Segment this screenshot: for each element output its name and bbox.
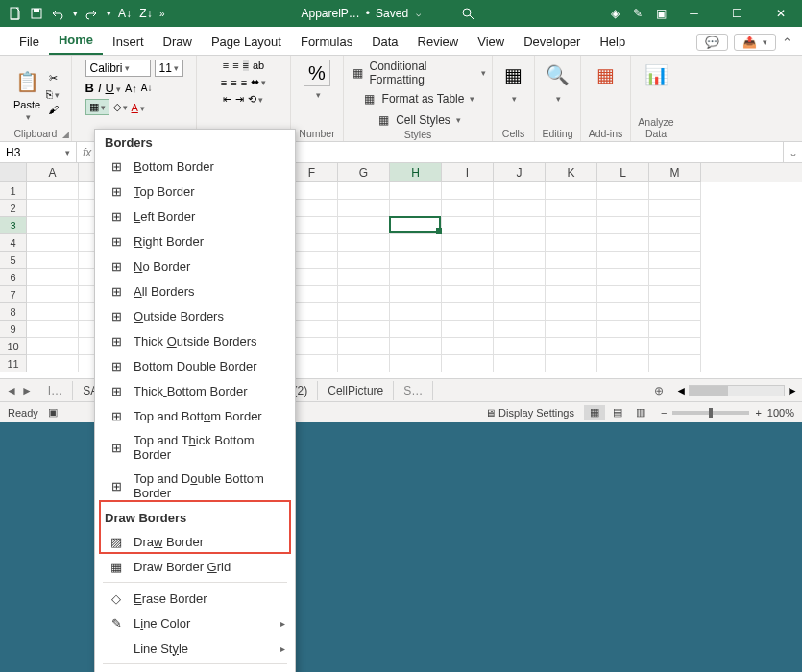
cell[interactable] [338,286,390,303]
cell[interactable] [649,286,701,303]
pen-icon[interactable]: ✎ [633,7,643,20]
cell[interactable] [442,355,494,372]
column-header[interactable]: A [27,163,79,182]
cell[interactable] [494,200,546,217]
clipboard-dialog-launcher[interactable]: ◢ [62,130,69,139]
cell[interactable] [390,355,442,372]
cell[interactable] [390,200,442,217]
cell[interactable] [390,182,442,200]
sheet-nav-next[interactable]: ► [21,384,33,397]
font-color-button[interactable]: A▾ [132,102,145,113]
wrap-text-icon[interactable]: ab [253,60,264,71]
align-right-icon[interactable]: ≡ [241,77,247,88]
new-sheet-button[interactable]: ⊕ [646,384,671,397]
line-color-item[interactable]: ✎Line Color▸ [95,611,295,636]
tab-draw[interactable]: Draw [154,29,202,55]
zoom-in-button[interactable]: + [755,407,761,419]
cell[interactable] [390,269,442,286]
row-header[interactable]: 4 [0,234,27,252]
cell[interactable] [649,234,701,252]
cell[interactable] [338,182,390,200]
cell[interactable] [546,321,597,338]
cell[interactable] [597,269,649,286]
tab-insert[interactable]: Insert [103,29,154,55]
hscrollbar[interactable] [689,385,785,396]
tab-developer[interactable]: Developer [514,29,590,55]
name-box[interactable]: H3▾ [0,142,77,162]
cell[interactable] [390,338,442,355]
cell[interactable] [494,269,546,286]
erase-border-item[interactable]: ◇Erase Border [95,586,295,611]
align-middle-icon[interactable]: ≡ [232,60,238,71]
row-header[interactable]: 5 [0,252,27,269]
row-header[interactable]: 3 [0,217,27,234]
normal-view-icon[interactable]: ▦ [584,405,605,420]
cell[interactable] [27,182,79,200]
undo-icon[interactable] [50,6,65,21]
cell[interactable] [546,355,597,372]
cell[interactable] [494,303,546,321]
cells-icon[interactable]: ▦ [498,60,529,90]
cell[interactable] [649,303,701,321]
minimize-button[interactable]: ─ [672,0,716,27]
sort-asc-icon[interactable]: A↓ [117,6,133,21]
macro-record-icon[interactable]: ▣ [48,406,58,419]
column-header[interactable]: G [338,163,390,182]
file-icon[interactable] [8,6,23,21]
border-option-item[interactable]: ⊞Bottom Double Border [95,353,295,378]
redo-icon[interactable] [84,6,99,21]
cell[interactable] [390,321,442,338]
italic-button[interactable]: I [98,81,102,95]
cell[interactable] [27,252,79,269]
cell[interactable] [27,303,79,321]
cell[interactable] [597,355,649,372]
hscroll-left[interactable]: ◄ [675,384,687,397]
row-header[interactable]: 1 [0,182,27,200]
cell[interactable] [546,200,597,217]
zoom-slider[interactable] [672,411,749,415]
cell[interactable] [494,252,546,269]
cell[interactable] [442,182,494,200]
select-all-corner[interactable] [0,163,27,182]
hscroll-right[interactable]: ► [787,384,798,397]
tab-file[interactable]: File [10,29,49,55]
cell[interactable] [442,217,494,234]
cell[interactable] [597,200,649,217]
border-option-item[interactable]: ⊞Top and Thick Bottom Border [95,428,295,467]
cell[interactable] [442,303,494,321]
zoom-level[interactable]: 100% [767,407,794,419]
cell[interactable] [597,252,649,269]
tab-home[interactable]: Home [49,27,103,55]
cell[interactable] [649,182,701,200]
saved-status[interactable]: Saved [376,7,408,20]
page-layout-view-icon[interactable]: ▤ [607,405,628,420]
align-left-icon[interactable]: ≡ [221,77,227,88]
row-header[interactable]: 10 [0,338,27,355]
align-center-icon[interactable]: ≡ [231,77,236,88]
border-option-item[interactable]: ⊞Left Border [95,204,295,228]
cell[interactable] [27,321,79,338]
draw-border-grid-item[interactable]: ▦Draw Border Grid [95,554,295,579]
sort-desc-icon[interactable]: Z↓ [138,6,154,21]
display-settings-button[interactable]: 🖥 Display Settings [485,407,574,419]
tab-help[interactable]: Help [590,29,635,55]
conditional-formatting-button[interactable]: ▦Conditional Formatting▾ [350,60,486,86]
cell[interactable] [597,303,649,321]
sheet-nav-prev[interactable]: ◄ [6,384,17,397]
orientation-icon[interactable]: ⟲▾ [248,93,263,106]
border-option-item[interactable]: ⊞Right Border [95,228,295,253]
column-header[interactable]: K [546,163,597,182]
cell[interactable] [390,303,442,321]
analyze-data-icon[interactable]: 📊 [641,60,671,90]
cell[interactable] [338,234,390,252]
collapse-ribbon-icon[interactable]: ⌃ [782,36,792,50]
cell[interactable] [546,182,597,200]
tab-page-layout[interactable]: Page Layout [202,29,291,55]
border-option-item[interactable]: ⊞Thick Outside Borders [95,328,295,353]
more-borders-item[interactable]: ⊞More Borders… [95,667,295,672]
sheet-tab[interactable]: CellPicture [318,381,394,400]
sheet-tab[interactable]: S… [394,381,433,400]
cell[interactable] [649,200,701,217]
cell[interactable] [442,269,494,286]
cell[interactable] [27,269,79,286]
